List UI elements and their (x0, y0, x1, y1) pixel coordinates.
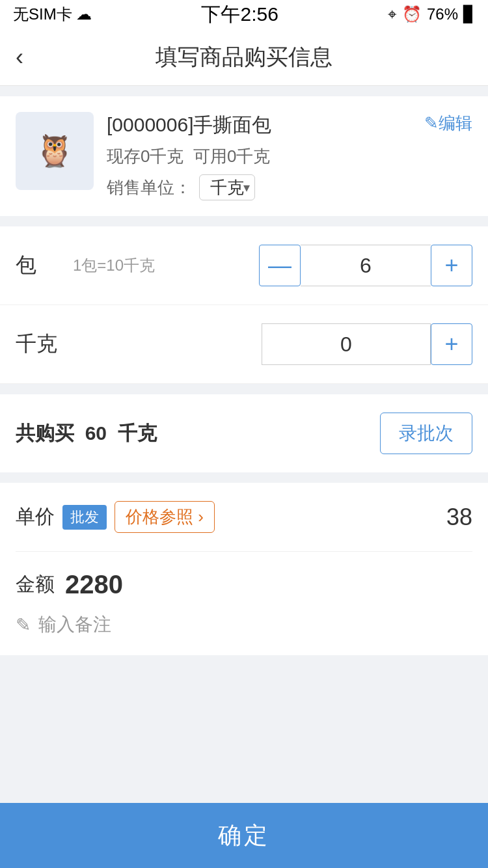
status-time: 下午2:56 (201, 1, 278, 28)
alarm-icon: ⏰ (402, 5, 422, 23)
product-unit-row: 销售单位： 千克 (107, 174, 472, 200)
status-bar: 无SIM卡 ☁ 下午2:56 ⌖ ⏰ 76% ▊ (0, 0, 488, 29)
confirm-button[interactable]: 确定 (218, 820, 270, 852)
edit-button[interactable]: ✎编辑 (424, 112, 472, 135)
amount-row: 金额 2280 (16, 570, 472, 599)
product-stock: 现存0千克 可用0千克 (107, 145, 472, 168)
record-batch-button[interactable]: 录批次 (380, 413, 472, 454)
product-thumbnail: 🦉 (16, 112, 94, 190)
package-minus-button[interactable]: — (259, 245, 301, 286)
kg-plus-button[interactable]: + (431, 323, 472, 365)
kg-input[interactable] (262, 323, 431, 365)
kg-row: 千克 + (0, 305, 488, 384)
price-tag: 批发 (62, 505, 107, 530)
amount-section: 金额 2280 ✎ 输入备注 (0, 552, 488, 655)
product-info: [0000006]手撕面包 现存0千克 可用0千克 销售单位： 千克 (107, 112, 472, 200)
price-value: 38 (446, 504, 472, 531)
unit-select-wrapper[interactable]: 千克 (199, 174, 255, 200)
note-row[interactable]: ✎ 输入备注 (16, 612, 472, 637)
product-card: 🦉 [0000006]手撕面包 现存0千克 可用0千克 销售单位： 千克 ✎编辑 (0, 96, 488, 216)
amount-label: 金额 (16, 571, 55, 598)
price-ref-button[interactable]: 价格参照 › (115, 501, 215, 533)
total-row: 共购买 60 千克 录批次 (0, 394, 488, 472)
product-name: [0000006]手撕面包 (107, 112, 472, 139)
battery-label: 76% (427, 5, 458, 23)
package-quantity-control: — + (259, 245, 472, 286)
package-plus-button[interactable]: + (431, 245, 472, 286)
package-input[interactable] (301, 245, 431, 286)
product-thumb-icon: 🦉 (35, 133, 74, 169)
battery-icon: ▊ (463, 5, 475, 23)
status-right: ⌖ ⏰ 76% ▊ (388, 5, 475, 23)
amount-value: 2280 (65, 570, 123, 599)
package-row: 包 1包=10千克 — + (0, 226, 488, 305)
package-hint: 1包=10千克 (73, 255, 259, 276)
note-placeholder[interactable]: 输入备注 (38, 612, 111, 637)
kg-quantity-control: + (262, 323, 472, 365)
kg-label: 千克 (16, 330, 68, 359)
price-section: 单价 批发 价格参照 › 38 (0, 483, 488, 552)
unit-select[interactable]: 千克 (199, 174, 255, 200)
status-left: 无SIM卡 ☁ (13, 4, 92, 25)
nav-title: 填写商品购买信息 (156, 42, 332, 72)
package-label: 包 (16, 251, 68, 280)
location-icon: ⌖ (388, 5, 397, 23)
price-label: 单价 (16, 504, 55, 530)
confirm-bar[interactable]: 确定 (0, 803, 488, 868)
back-button[interactable]: ‹ (16, 44, 23, 71)
quantity-section: 包 1包=10千克 — + 千克 + (0, 226, 488, 384)
carrier-label: 无SIM卡 ☁ (13, 4, 92, 25)
nav-bar: ‹ 填写商品购买信息 (0, 29, 488, 86)
total-label: 共购买 60 千克 (16, 420, 380, 447)
price-row: 单价 批发 价格参照 › 38 (16, 501, 472, 552)
pencil-icon: ✎ (16, 614, 31, 636)
